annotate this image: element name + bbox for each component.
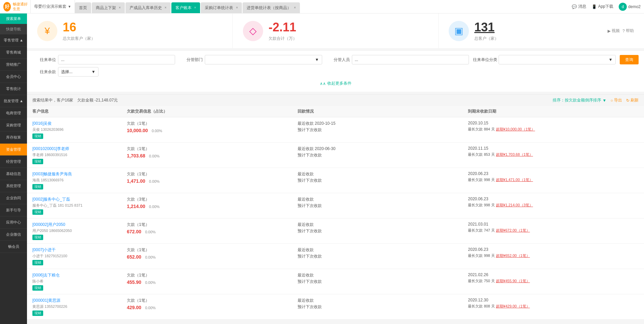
next-pay-1: 预计下次收款 bbox=[298, 152, 468, 158]
recovery-info-0: 最近收款 2020-10-15 预计下次收款 bbox=[298, 121, 468, 139]
filter-input-person[interactable]: ... bbox=[352, 55, 469, 64]
overdue-amount-4[interactable]: 超期¥672.00（1笔） bbox=[496, 228, 530, 232]
stat-number-3: 131 bbox=[474, 20, 602, 34]
customer-name-4[interactable]: [000002]用户2050 bbox=[32, 222, 65, 227]
customer-name-0[interactable]: [0016]吴俊 bbox=[32, 121, 52, 126]
store-label: 母婴行业演示账套 bbox=[34, 4, 66, 9]
overdue-amount-3[interactable]: 超期¥1,214.00（3笔） bbox=[496, 203, 533, 207]
sidebar-item-零售管理[interactable]: 零售管理 ▲ bbox=[0, 34, 27, 47]
close-tab-icon[interactable]: × bbox=[165, 2, 167, 13]
customer-name-3[interactable]: [0002]服务中心_丁磊 bbox=[32, 197, 70, 202]
sidebar-item-电商管理[interactable]: 电商管理 bbox=[0, 107, 27, 119]
sidebar: 搜索菜单 快捷导航 零售管理 ▲零售商城营销推广会员中心零售统计批发管理 ▲电商… bbox=[0, 13, 27, 324]
sidebar-item-营销推广[interactable]: 营销推广 bbox=[0, 59, 27, 71]
app-icon: 📱 bbox=[592, 4, 597, 9]
sidebar-item-应用中心[interactable]: 应用中心 bbox=[0, 216, 27, 229]
user-avatar[interactable]: d demo2 bbox=[619, 3, 641, 11]
overdue-amount-5[interactable]: 超期¥652.00（1笔） bbox=[496, 254, 530, 258]
debt-info-3: 欠款（3笔） 1,214.00 0.00% bbox=[127, 197, 298, 215]
debt-percent-6: 0.00% bbox=[145, 281, 156, 285]
overdue-info-1: 2020.11.15 最长欠款 853 天 超期¥1,703.68（1笔） bbox=[468, 146, 639, 164]
overdue-days-2: 最长欠款 998 天 超期¥1,471.00（1笔） bbox=[468, 177, 639, 182]
customer-tag-6: 现销 bbox=[32, 285, 43, 291]
sidebar-item-库存核算[interactable]: 库存核算 bbox=[0, 131, 27, 144]
sidebar-search[interactable]: 搜索菜单 bbox=[0, 13, 27, 24]
filter-select-balance[interactable]: 选择... ▼ bbox=[58, 67, 99, 77]
close-tab-icon[interactable]: × bbox=[194, 2, 196, 13]
sidebar-item-零售商城[interactable]: 零售商城 bbox=[0, 47, 27, 59]
sidebar-item-畅会员[interactable]: 畅会员 bbox=[0, 241, 27, 253]
export-button[interactable]: ○ 导出 bbox=[611, 97, 622, 103]
sidebar-item-采购管理[interactable]: 采购管理 bbox=[0, 119, 27, 131]
overdue-days-3: 最长欠款 998 天 超期¥1,214.00（3笔） bbox=[468, 203, 639, 208]
overdue-amount-2[interactable]: 超期¥1,471.00（1笔） bbox=[496, 178, 533, 182]
table-header-3: 到期未收款日期 bbox=[468, 109, 639, 114]
filter-input-unit[interactable]: ... bbox=[58, 55, 175, 64]
stat-label-3: 总客户（家） bbox=[474, 36, 602, 41]
sidebar-item-会员中心[interactable]: 会员中心 bbox=[0, 71, 27, 83]
debt-amount-1: 1,703.68 bbox=[127, 153, 145, 158]
overdue-amount-0[interactable]: 超期¥10,000.00（1笔） bbox=[496, 127, 535, 131]
customer-phone-3: 服务中心_丁磊 181 0125 8371 bbox=[32, 203, 127, 208]
sidebar-item-资金管理[interactable]: 资金管理 bbox=[0, 144, 27, 156]
overdue-days-6: 最长欠款 750 天 超期¥455.90（1笔） bbox=[468, 278, 639, 284]
close-tab-icon[interactable]: × bbox=[119, 2, 121, 13]
overdue-days-7: 最长欠款 808 天 超期¥429.00（1笔） bbox=[468, 304, 639, 309]
sidebar-item-零售统计[interactable]: 零售统计 bbox=[0, 83, 27, 95]
overdue-amount-1[interactable]: 超期¥1,703.68（1笔） bbox=[496, 152, 533, 156]
debt-percent-1: 0.00% bbox=[149, 154, 160, 158]
refresh-button[interactable]: ↻ 刷新 bbox=[626, 97, 639, 103]
sidebar-item-经营管理[interactable]: 经营管理 bbox=[0, 156, 27, 168]
customer-name-7[interactable]: [000001]黄思源 bbox=[32, 298, 60, 303]
nav-tab-采购订单统计表[interactable]: 采购订单统计表× bbox=[201, 2, 242, 13]
customer-info-2: [0003]畅捷服务尹海燕 海燕 18513066976 现销 bbox=[32, 171, 127, 189]
stat-label-2: 欠款合计（万） bbox=[269, 36, 428, 41]
video-link[interactable]: ▶ 视频 bbox=[608, 28, 620, 34]
app-download-button[interactable]: 📱 App下载 bbox=[592, 4, 613, 9]
sidebar-quick-nav[interactable]: 快捷导航 bbox=[0, 24, 27, 34]
customer-name-5[interactable]: [0007]小进干 bbox=[32, 247, 56, 252]
table-header-1: 欠款交易信息（占比） bbox=[127, 109, 298, 114]
overdue-amount-7[interactable]: 超期¥429.00（1笔） bbox=[496, 304, 530, 308]
overdue-info-3: 2020.06.23 最长欠款 998 天 超期¥1,214.00（3笔） bbox=[468, 197, 639, 215]
close-tab-icon[interactable]: × bbox=[294, 2, 296, 13]
table-row: [0006]去下粮仓 陈小希 现销 欠款（1笔） 455.90 0.00% 最近… bbox=[27, 269, 644, 294]
sidebar-item-批发管理[interactable]: 批发管理 ▲ bbox=[0, 95, 27, 107]
filter-select-dept[interactable]: ▼ bbox=[205, 55, 322, 64]
overdue-amount-6[interactable]: 超期¥455.90（1笔） bbox=[496, 279, 530, 283]
customer-tag-7: 现销 bbox=[32, 311, 43, 316]
customer-info-4: [000002]用户2050 用户2050 18665062050 现销 bbox=[32, 222, 127, 240]
sidebar-item-新手引导[interactable]: 新手引导 bbox=[0, 204, 27, 216]
sidebar-item-系统管理[interactable]: 系统管理 bbox=[0, 180, 27, 192]
refresh-icon: ↻ bbox=[626, 98, 629, 103]
sort-dropdown[interactable]: 排序：按欠款金额倒序排序 ▼ bbox=[553, 97, 607, 103]
debt-amount-7: 429.00 bbox=[127, 305, 141, 310]
customer-name-2[interactable]: [0003]畅捷服务尹海燕 bbox=[32, 172, 72, 176]
nav-tab-产成品入库单历史[interactable]: 产成品入库单历史× bbox=[125, 2, 171, 13]
nav-tab-进货单统计表（按商品）[interactable]: 进货单统计表（按商品）× bbox=[243, 2, 300, 13]
sidebar-item-企业微信[interactable]: 企业微信 bbox=[0, 229, 27, 241]
debt-count-3: 欠款（3笔） bbox=[127, 197, 298, 202]
sidebar-item-企业协同[interactable]: 企业协同 bbox=[0, 192, 27, 204]
filter-item-balance: 往来余款 选择... ▼ bbox=[32, 67, 639, 77]
close-tab-icon[interactable]: × bbox=[236, 2, 238, 13]
help-link[interactable]: ? 帮助 bbox=[622, 28, 634, 34]
customer-name-1[interactable]: [0001020001]李老师 bbox=[32, 146, 69, 151]
collapse-button[interactable]: ∧∧ 收起更多条件 bbox=[32, 79, 639, 88]
customer-name-6[interactable]: [0006]去下粮仓 bbox=[32, 273, 60, 277]
nav-tab-商品上下架[interactable]: 商品上下架× bbox=[92, 2, 125, 13]
filter-select-category[interactable]: ▼ bbox=[499, 55, 616, 64]
debt-amount-3: 1,214.00 bbox=[127, 204, 145, 209]
store-selector[interactable]: 母婴行业演示账套 ▼ bbox=[30, 0, 75, 13]
messages-button[interactable]: 💬 消息 bbox=[572, 4, 586, 9]
search-button[interactable]: 查询 bbox=[620, 55, 639, 64]
recovery-info-6: 最近收款 预计下次收款 bbox=[298, 272, 468, 291]
customer-info-5: [0007]小进干 小进干 18279152100 现销 bbox=[32, 247, 127, 265]
filter-row-2: 往来余款 选择... ▼ bbox=[32, 67, 639, 77]
sidebar-item-基础信息[interactable]: 基础信息 bbox=[0, 168, 27, 180]
customer-phone-7: 黄思源 13552700226 bbox=[32, 304, 127, 309]
nav-tab-首页[interactable]: 首页 bbox=[75, 2, 91, 13]
nav-tab-客户账本[interactable]: 客户账本× bbox=[171, 2, 200, 13]
customer-phone-6: 陈小希 bbox=[32, 279, 127, 284]
next-pay-0: 预计下次收款 bbox=[298, 127, 468, 133]
